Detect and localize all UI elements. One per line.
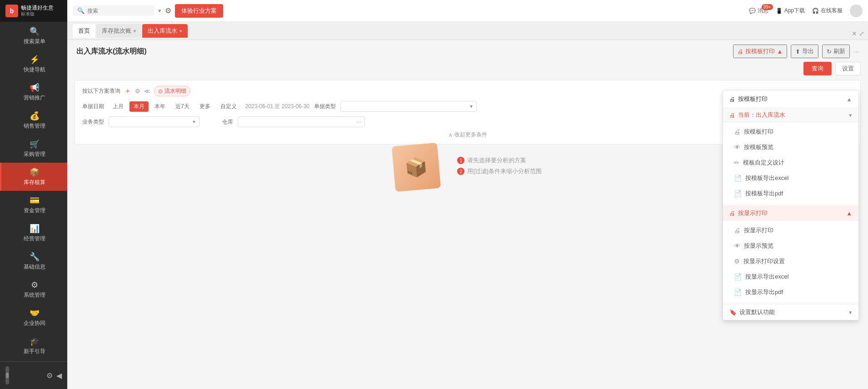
export-label: 导出 <box>802 47 814 55</box>
dp-display-settings[interactable]: ⚙ 按显示打印设置 <box>723 254 858 269</box>
dp-template-custom-icon: ✏ <box>734 159 739 166</box>
topbar-dropdown-chevron[interactable]: ▾ <box>158 7 161 14</box>
tab-flow-label: 出入库流水 <box>148 27 177 35</box>
topbar-search-box[interactable]: 🔍 <box>73 5 155 16</box>
dp-current-left: 🖨 当前：出入库流水 <box>729 111 785 119</box>
sidebar-logo: b 畅捷通好生意 标准版 <box>0 0 67 22</box>
industry-solution-button[interactable]: 体验行业方案 <box>175 4 223 18</box>
printer-icon: 🖨 <box>738 48 743 55</box>
sidebar-item-shortcut[interactable]: ⚡ 快捷导航 <box>0 50 67 78</box>
topbar-search-input[interactable] <box>87 8 142 14</box>
dp-template-custom[interactable]: ✏ 模板自定义设计 <box>723 155 858 170</box>
sidebar-item-basic[interactable]: 🔧 基础信息 <box>0 247 67 275</box>
filter-collapse-icon[interactable]: ≪ <box>144 88 150 95</box>
dp-display-print[interactable]: 🖨 按显示打印 <box>723 223 858 238</box>
sidebar-item-search-label: 搜索菜单 <box>24 38 45 45</box>
settings-button[interactable]: 设置 <box>835 62 861 75</box>
dp-divider <box>723 204 858 204</box>
dp-display-print-icon: 🖨 <box>734 227 740 234</box>
dp-display-print-label: 按显示打印 <box>744 226 773 234</box>
main-content: 🔍 ▾ ⚙ 体验行业方案 💬 消息 99+ 📱 App下载 🎧 在线客服 <box>67 0 868 389</box>
filter-tag-icon: ⊙ <box>158 88 163 95</box>
page-title: 出入库流水(流水明细) <box>76 47 147 56</box>
sidebar-item-purchase-label: 采购管理 <box>24 150 45 158</box>
date-more[interactable]: 更多 <box>195 101 215 112</box>
dp-template-print[interactable]: 🖨 按模板打印 <box>723 124 858 140</box>
tab-batch[interactable]: 库存批次账 × <box>96 24 141 38</box>
sidebar-item-sales[interactable]: 💰 销售管理 <box>0 106 67 135</box>
sales-icon: 💰 <box>30 111 40 121</box>
dp-header-chevron[interactable]: ▲ <box>846 96 852 103</box>
message-button[interactable]: 💬 消息 99+ <box>749 7 768 15</box>
sidebar-item-marketing[interactable]: 📢 营销推广 <box>0 78 67 106</box>
sidebar: b 畅捷通好生意 标准版 🔍 搜索菜单 ⚡ 快捷导航 📢 营销推广 💰 销售管理… <box>0 0 67 389</box>
collapse-label: 收起更多条件 <box>454 131 487 139</box>
date-custom[interactable]: 自定义 <box>216 101 241 112</box>
sidebar-item-system[interactable]: ⚙ 系统管理 <box>0 275 67 304</box>
dp-template-preview[interactable]: 👁 按模板预览 <box>723 140 858 155</box>
tab-flow-close[interactable]: × <box>179 28 182 34</box>
tab-batch-close[interactable]: × <box>133 28 136 34</box>
date-this-month[interactable]: 本月 <box>130 101 149 112</box>
sidebar-item-cooperation[interactable]: 🤝 企业协同 <box>0 304 67 332</box>
date-this-year[interactable]: 本年 <box>150 101 170 112</box>
dp-template-pdf[interactable]: 📄 按模板导出pdf <box>723 186 858 201</box>
doctype-select-chevron: ▾ <box>470 103 473 110</box>
more-options-button[interactable]: ··· <box>853 48 859 55</box>
print-template-button[interactable]: 🖨 按模板打印 ▲ <box>733 45 787 58</box>
dp-display-settings-icon: ⚙ <box>734 258 740 265</box>
finance-icon: 💳 <box>30 195 40 205</box>
print-dropdown-panel: 🖨 按模板打印 ▲ 🖨 当前：出入库流水 ▾ <box>723 90 859 320</box>
query-button[interactable]: 查询 <box>803 62 832 75</box>
dp-template-pdf-icon: 📄 <box>734 190 742 197</box>
dp-template-excel-label: 按模板导出excel <box>745 174 788 182</box>
dp-display-excel[interactable]: 📄 按显示导出excel <box>723 269 858 284</box>
filter-settings-icon[interactable]: ⚙ <box>135 88 140 95</box>
dp-template-excel[interactable]: 📄 按模板导出excel <box>723 170 858 186</box>
date-filter-label: 单据日期 <box>82 103 104 110</box>
dp-template-custom-label: 模板自定义设计 <box>743 159 784 167</box>
sidebar-item-guide[interactable]: 🎓 新手引导 <box>0 332 67 360</box>
operation-icon: 📊 <box>30 224 40 234</box>
sidebar-item-finance[interactable]: 💳 资金管理 <box>0 191 67 219</box>
app-download-button[interactable]: 📱 App下载 <box>776 7 805 15</box>
date-last-7[interactable]: 近7天 <box>171 101 194 112</box>
user-avatar[interactable] <box>850 5 863 17</box>
dp-display-preview[interactable]: 👁 按显示预览 <box>723 238 858 254</box>
dp-title: 按模板打印 <box>738 95 768 103</box>
window-maximize-button[interactable]: ⤢ <box>859 30 864 37</box>
dp-display-pdf[interactable]: 📄 按显示导出pdf <box>723 284 858 300</box>
sidebar-item-operation[interactable]: 📊 经营管理 <box>0 219 67 247</box>
tab-flow[interactable]: 出入库流水 × <box>142 24 187 38</box>
cooperation-icon: 🤝 <box>30 308 40 318</box>
window-close-button[interactable]: ✕ <box>852 30 857 37</box>
collapse-up-icon: ∧ <box>449 132 453 138</box>
sidebar-item-inventory[interactable]: 📦 库存核算 <box>0 163 67 191</box>
filter-add-button[interactable]: ＋ <box>124 86 131 96</box>
dp-display-section-header[interactable]: 🖨 按显示打印 ▲ <box>723 205 858 221</box>
dp-footer[interactable]: 🔖 设置默认功能 ▾ <box>723 304 858 320</box>
dp-template-section: 🖨 按模板打印 👁 按模板预览 ✏ 模板自定义设计 📄 <box>723 122 858 203</box>
doctype-select[interactable]: ▾ <box>340 101 477 112</box>
sidebar-item-search[interactable]: 🔍 搜索菜单 <box>0 22 67 50</box>
warehouse-select[interactable]: ··· <box>238 116 365 127</box>
online-service-button[interactable]: 🎧 在线客服 <box>812 7 843 15</box>
dp-current-chevron[interactable]: ▾ <box>849 112 852 119</box>
dp-display-settings-label: 按显示打印设置 <box>743 257 785 265</box>
sidebar-collapse-icon[interactable]: ◀ <box>56 371 62 380</box>
topbar-gear-icon[interactable]: ⚙ <box>165 6 171 15</box>
dp-current-item[interactable]: 🖨 当前：出入库流水 ▾ <box>723 108 858 122</box>
export-button[interactable]: ⬆ 导出 <box>791 45 818 58</box>
dp-footer-chevron: ▾ <box>849 309 852 316</box>
business-type-select[interactable]: ▾ <box>109 116 200 127</box>
tab-home[interactable]: 首页 <box>73 24 95 38</box>
refresh-button[interactable]: ↻ 刷新 <box>822 45 850 58</box>
dp-template-print-icon: 🖨 <box>734 128 740 135</box>
warehouse-more-icon: ··· <box>356 119 361 125</box>
hint-num-2: 2 <box>457 168 464 175</box>
dp-printer-icon: 🖨 <box>729 96 735 103</box>
date-last-month[interactable]: 上月 <box>109 101 128 112</box>
sidebar-item-purchase[interactable]: 🛒 采购管理 <box>0 135 67 163</box>
sidebar-settings-icon[interactable]: ⚙ <box>46 371 53 380</box>
inventory-icon: 📦 <box>30 167 40 177</box>
